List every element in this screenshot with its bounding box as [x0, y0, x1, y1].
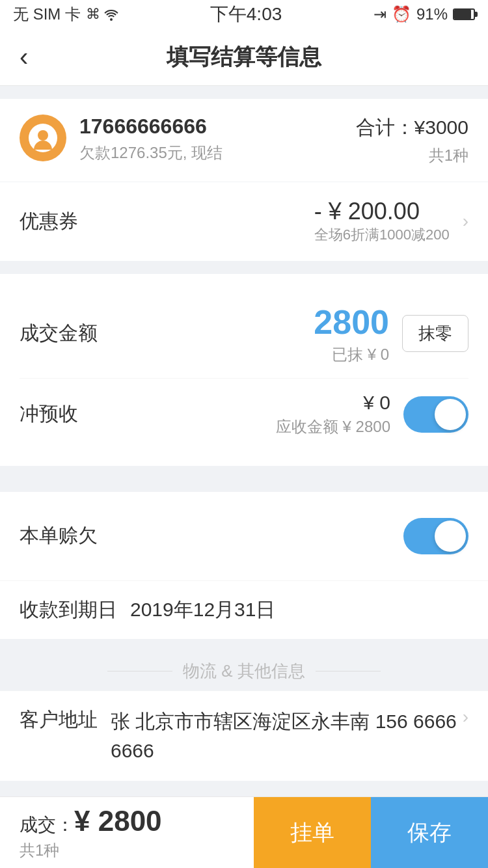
prepay-values: ¥ 0 应收金额 ¥ 2800 — [276, 392, 390, 437]
due-date-value: 2019年12月31日 — [130, 597, 275, 623]
nav-bar: ‹ 填写结算等信息 — [0, 29, 488, 86]
deal-amount-sub: 已抹 ¥ 0 — [314, 344, 389, 365]
logistics-title-text: 物流 & 其他信息 — [183, 660, 305, 683]
coupon-row[interactable]: 优惠券 - ¥ 200.00 全场6折满1000减200 › — [0, 182, 488, 261]
back-button[interactable]: ‹ — [20, 42, 28, 72]
avatar — [20, 115, 66, 161]
debt-section: 本单赊欠 — [0, 492, 488, 580]
prepay-right: ¥ 0 应收金额 ¥ 2800 — [276, 392, 468, 437]
order-count: 共1种 — [356, 145, 468, 166]
debt-toggle-knob — [435, 521, 466, 552]
coupon-right: - ¥ 200.00 全场6折满1000减200 › — [314, 198, 468, 245]
prepay-toggle[interactable] — [403, 396, 468, 433]
toggle-knob — [435, 399, 466, 430]
order-total: 合计：¥3000 — [356, 115, 468, 141]
round-button[interactable]: 抹零 — [402, 315, 468, 352]
section-divider-2 — [0, 466, 488, 479]
logistics-line-left — [107, 671, 172, 671]
due-date-section: 收款到期日 2019年12月31日 — [0, 580, 488, 639]
alarm-icon: ⏰ — [392, 5, 411, 23]
address-chevron-icon: › — [463, 707, 468, 727]
battery-icon — [453, 8, 475, 20]
prepay-amount: ¥ 0 — [276, 392, 390, 414]
prepay-row: 冲预收 ¥ 0 应收金额 ¥ 2800 — [20, 378, 468, 450]
amount-section: 成交金额 2800 已抹 ¥ 0 抹零 冲预收 ¥ 0 应收金额 ¥ 2800 — [0, 274, 488, 466]
no-sim-text: 无 SIM 卡 — [13, 4, 81, 25]
hang-button[interactable]: 挂单 — [254, 797, 371, 869]
debt-label: 本单赊欠 — [20, 522, 98, 549]
section-divider-1 — [0, 261, 488, 274]
bottom-deal-label: 成交： — [20, 815, 74, 835]
debt-row: 本单赊欠 — [20, 508, 468, 565]
wifi-icon: ⌘ — [86, 6, 118, 23]
svg-point-0 — [38, 130, 48, 141]
deal-amount-label: 成交金额 — [20, 320, 98, 347]
coupon-desc: 全场6折满1000减200 — [314, 225, 450, 245]
logistics-line-right — [316, 671, 381, 671]
save-button[interactable]: 保存 — [371, 797, 488, 869]
logistics-divider: 物流 & 其他信息 — [0, 652, 488, 691]
bottom-deal-amount: ¥ 2800 — [74, 805, 162, 837]
status-time: 下午4:03 — [210, 2, 282, 27]
due-date-label: 收款到期日 — [20, 597, 117, 623]
coupon-discount: - ¥ 200.00 — [314, 198, 450, 225]
total-label: 合计： — [356, 116, 414, 138]
status-bar: 无 SIM 卡 ⌘ 下午4:03 ⇥ ⏰ 91% — [0, 0, 488, 29]
customer-info: 17666666666 欠款1276.35元, 现结 — [20, 115, 223, 163]
address-value: 张 北京市市辖区海淀区永丰南 156 6666 6666 — [111, 707, 457, 765]
bottom-deal-line: 成交：¥ 2800 — [20, 805, 234, 837]
order-summary: 合计：¥3000 共1种 — [356, 115, 468, 166]
deal-amount-row: 成交金额 2800 已抹 ¥ 0 抹零 — [20, 290, 468, 378]
customer-debt: 欠款1276.35元, 现结 — [79, 142, 223, 163]
prepay-receivable: 应收金额 ¥ 2800 — [276, 416, 390, 437]
logistics-title: 物流 & 其他信息 — [107, 660, 381, 683]
bottom-count: 共1种 — [20, 840, 234, 861]
deal-amount-value: 2800 — [314, 303, 389, 342]
bottom-summary: 成交：¥ 2800 共1种 — [0, 805, 254, 861]
location-icon: ⇥ — [373, 5, 386, 23]
deal-amount-right: 2800 已抹 ¥ 0 抹零 — [314, 303, 468, 365]
total-amount: ¥3000 — [414, 116, 468, 138]
status-right: ⇥ ⏰ 91% — [373, 5, 475, 23]
address-label: 客户地址 — [20, 707, 98, 733]
avatar-icon — [29, 124, 57, 152]
status-left: 无 SIM 卡 ⌘ — [13, 4, 118, 25]
customer-phone: 17666666666 — [79, 115, 223, 139]
coupon-label: 优惠券 — [20, 208, 78, 235]
customer-details: 17666666666 欠款1276.35元, 现结 — [79, 115, 223, 163]
bottom-bar: 成交：¥ 2800 共1种 挂单 保存 — [0, 796, 488, 868]
address-section[interactable]: 客户地址 张 北京市市辖区海淀区永丰南 156 6666 6666 › — [0, 691, 488, 781]
prepay-label: 冲预收 — [20, 401, 78, 427]
due-date-row: 收款到期日 2019年12月31日 — [20, 597, 468, 623]
debt-toggle[interactable] — [403, 518, 468, 554]
chevron-right-icon: › — [463, 211, 468, 232]
battery-text: 91% — [416, 5, 448, 23]
customer-card: 17666666666 欠款1276.35元, 现结 合计：¥3000 共1种 — [0, 99, 488, 182]
page-title: 填写结算等信息 — [167, 42, 321, 72]
